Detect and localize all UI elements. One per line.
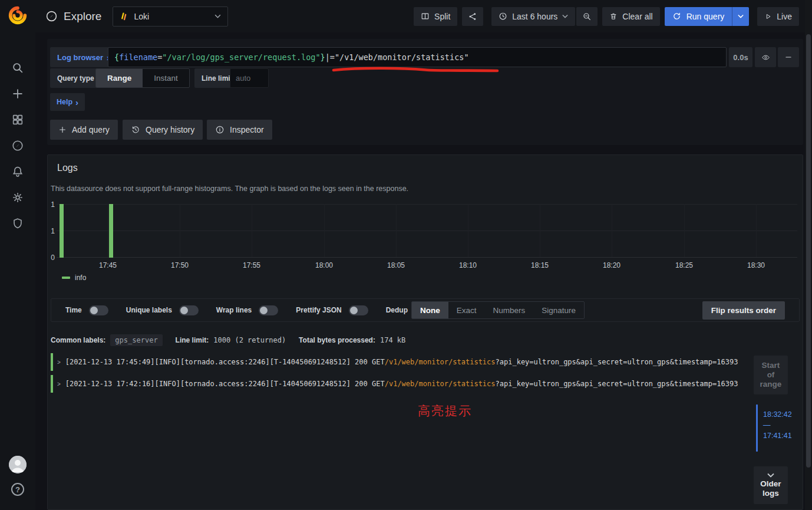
line-limit-input[interactable] xyxy=(230,68,269,88)
query-line-filter: "/v1/web/monitor/statistics" xyxy=(335,52,469,62)
histogram-note: This datasource does not support full-ra… xyxy=(51,185,408,193)
compass-explore-icon[interactable] xyxy=(11,139,24,152)
dedup-option-signature[interactable]: Signature xyxy=(533,302,584,318)
unique-labels-toggle[interactable] xyxy=(179,305,199,315)
gridline xyxy=(252,204,252,257)
line-limit-meta-value: 1000 (2 returned) xyxy=(213,336,286,344)
gridline xyxy=(180,204,180,257)
common-labels-label: Common labels: xyxy=(51,336,105,344)
chevron-down-icon xyxy=(767,473,774,478)
query-visibility-button[interactable] xyxy=(755,47,776,67)
current-range-marker[interactable]: 18:32:42 — 17:41:41 xyxy=(756,404,792,452)
older-logs-button[interactable]: Older logs xyxy=(754,466,788,504)
log-row[interactable]: > [2021-12-13 17:42:16][INFO][tornado.ac… xyxy=(51,375,751,393)
query-brace-close: } xyxy=(321,52,325,62)
x-axis-tick: 18:05 xyxy=(387,261,405,269)
zoom-out-button[interactable] xyxy=(576,7,598,26)
shield-icon[interactable] xyxy=(11,217,24,230)
start-of-range-line: range xyxy=(754,380,788,389)
gridline xyxy=(57,231,797,231)
range-from-time: 18:32:42 xyxy=(763,410,792,419)
query-type-range-option[interactable]: Range xyxy=(96,69,143,87)
log-text: [2021-12-13 17:42:16][INFO][tornado.acce… xyxy=(65,380,385,388)
sidebar-bottom: ? xyxy=(9,456,27,496)
time-toggle[interactable] xyxy=(89,305,108,315)
topbar: Explore Loki Split Last 6 hours xyxy=(35,0,812,32)
help-icon[interactable]: ? xyxy=(11,483,24,496)
y-axis-tick: 1 xyxy=(48,200,55,209)
legend-item-info[interactable]: info xyxy=(62,274,86,282)
explore-header: Explore xyxy=(45,10,101,23)
inspector-button[interactable]: Inspector xyxy=(207,120,272,140)
datasource-picker[interactable]: Loki xyxy=(113,6,228,27)
gridline xyxy=(540,204,540,257)
loki-logo-icon xyxy=(120,12,128,21)
log-text: ?api_key=ultron_gps&api_secret=ultron_gp… xyxy=(496,380,738,388)
flip-results-order-button[interactable]: Flip results order xyxy=(702,301,785,320)
split-button[interactable]: Split xyxy=(414,7,457,26)
x-axis-tick: 18:20 xyxy=(603,261,620,269)
query-label-value: "/var/log/gps_server/request.log" xyxy=(162,52,320,62)
log-text: ?api_key=ultron_gps&api_secret=ultron_gp… xyxy=(496,358,738,366)
chevron-down-icon xyxy=(214,14,221,18)
chevron-down-icon xyxy=(562,14,568,18)
x-axis-tick: 17:45 xyxy=(99,261,117,269)
add-query-button[interactable]: Add query xyxy=(50,120,118,140)
query-input[interactable]: {filename="/var/log/gps_server/request.l… xyxy=(108,47,727,67)
time-range-picker[interactable]: Last 6 hours xyxy=(491,7,575,26)
older-logs-label: Older xyxy=(760,479,781,488)
clear-all-button[interactable]: Clear all xyxy=(602,7,659,26)
prettify-json-toggle-label: Prettify JSON xyxy=(296,306,341,314)
line-limit-label: Line limit xyxy=(202,74,233,83)
angle-right-icon: › xyxy=(75,98,78,107)
expand-row-icon[interactable]: > xyxy=(57,359,61,366)
query-editor: Log browser › {filename="/var/log/gps_se… xyxy=(47,39,803,145)
query-equals: = xyxy=(157,52,162,62)
query-brace-open: { xyxy=(114,52,119,62)
live-label: Live xyxy=(777,12,792,21)
toggle-knob xyxy=(180,307,188,314)
run-query-button[interactable]: Run query xyxy=(665,7,750,26)
plus-icon[interactable] xyxy=(11,87,24,100)
gear-icon[interactable] xyxy=(11,191,24,204)
minus-icon xyxy=(784,53,793,61)
sidebar: ? xyxy=(0,0,35,510)
grafana-logo[interactable] xyxy=(7,5,28,26)
live-button[interactable]: Live xyxy=(757,7,799,26)
prettify-json-toggle[interactable] xyxy=(349,305,368,315)
query-history-button[interactable]: Query history xyxy=(123,120,203,140)
histogram-bar[interactable] xyxy=(109,204,113,258)
search-icon[interactable] xyxy=(11,61,24,74)
toggle-knob xyxy=(90,307,98,314)
expand-row-icon[interactable]: > xyxy=(57,381,61,387)
dedup-option-exact[interactable]: Exact xyxy=(448,302,485,318)
gridline xyxy=(108,204,108,257)
log-text: [2021-12-13 17:45:49][INFO][tornado.acce… xyxy=(65,358,385,366)
clear-all-label: Clear all xyxy=(622,12,652,21)
inspector-label: Inspector xyxy=(230,125,264,134)
log-row[interactable]: > [2021-12-13 17:45:49][INFO][tornado.ac… xyxy=(51,353,751,371)
remove-query-button[interactable] xyxy=(778,47,799,67)
x-axis-tick: 18:15 xyxy=(531,261,549,269)
dedup-option-numbers[interactable]: Numbers xyxy=(485,302,534,318)
scrollbar-thumb[interactable] xyxy=(806,34,811,468)
zoom-out-icon xyxy=(582,12,592,21)
query-type-instant-option[interactable]: Instant xyxy=(143,69,189,87)
wrap-lines-toggle[interactable] xyxy=(259,305,278,315)
avatar[interactable] xyxy=(9,456,27,473)
logs-panel: Logs This datasource does not support fu… xyxy=(47,154,803,510)
histogram-bar[interactable] xyxy=(60,204,64,258)
datasource-name: Loki xyxy=(134,12,149,21)
split-icon xyxy=(421,12,430,21)
dedup-option-none[interactable]: None xyxy=(412,302,448,318)
history-icon xyxy=(131,125,140,134)
grafana-explore-page: ? Explore Loki Split Last 6 hours xyxy=(0,0,812,510)
compass-icon xyxy=(45,10,58,22)
log-browser-button[interactable]: Log browser › xyxy=(50,47,117,67)
bell-icon[interactable] xyxy=(11,165,24,178)
dashboards-icon[interactable] xyxy=(11,113,24,126)
share-button[interactable] xyxy=(462,7,483,26)
help-button[interactable]: Help › xyxy=(50,93,85,111)
sidebar-menu xyxy=(11,61,24,243)
run-query-dropdown[interactable] xyxy=(732,7,749,26)
